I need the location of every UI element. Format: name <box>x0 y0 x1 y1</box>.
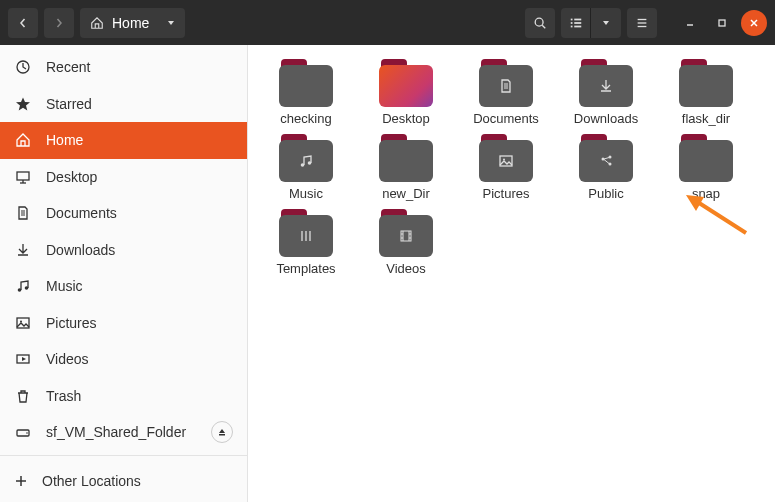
music-icon <box>14 278 32 294</box>
sidebar-item-label: Trash <box>46 388 81 404</box>
svg-rect-5 <box>574 22 581 24</box>
sidebar-item-label: Pictures <box>46 315 97 331</box>
sidebar-item-music[interactable]: Music <box>0 268 247 305</box>
svg-point-40 <box>609 156 612 159</box>
sidebar-item-recent[interactable]: Recent <box>0 49 247 86</box>
folder-flask-dir[interactable]: flask_dir <box>664 59 748 126</box>
close-button[interactable] <box>741 10 767 36</box>
path-bar[interactable]: Home <box>80 8 185 38</box>
eject-button[interactable] <box>211 421 233 443</box>
minimize-icon <box>685 18 695 28</box>
svg-rect-37 <box>500 156 512 166</box>
clock-icon <box>14 59 32 75</box>
folder-icon <box>579 134 633 182</box>
home-icon <box>14 132 32 148</box>
close-icon <box>749 18 759 28</box>
hamburger-menu-button[interactable] <box>627 8 657 38</box>
sidebar-item-pictures[interactable]: Pictures <box>0 305 247 342</box>
sidebar-item-label: Videos <box>46 351 89 367</box>
sidebar: RecentStarredHomeDesktopDocumentsDownloa… <box>0 45 248 502</box>
sidebar-item-videos[interactable]: Videos <box>0 341 247 378</box>
folder-label: Downloads <box>574 111 638 126</box>
folder-checking[interactable]: checking <box>264 59 348 126</box>
folder-label: Documents <box>473 111 539 126</box>
folder-downloads[interactable]: Downloads <box>564 59 648 126</box>
folder-icon <box>479 59 533 107</box>
folder-label: Music <box>289 186 323 201</box>
sidebar-item-label: Music <box>46 278 83 294</box>
folder-public[interactable]: Public <box>564 134 648 201</box>
folder-icon <box>279 134 333 182</box>
sidebar-item-trash[interactable]: Trash <box>0 378 247 415</box>
svg-line-42 <box>604 158 609 160</box>
folder-label: new_Dir <box>382 186 430 201</box>
folder-documents[interactable]: Documents <box>464 59 548 126</box>
folder-icon <box>279 59 333 107</box>
folder-icon <box>379 59 433 107</box>
sidebar-item-home[interactable]: Home <box>0 122 247 159</box>
folder-desktop[interactable]: Desktop <box>364 59 448 126</box>
hamburger-icon <box>635 16 649 30</box>
folder-snap[interactable]: snap <box>664 134 748 201</box>
svg-point-0 <box>535 18 543 26</box>
folder-new-dir[interactable]: new_Dir <box>364 134 448 201</box>
svg-rect-16 <box>17 172 29 180</box>
svg-line-1 <box>542 25 545 28</box>
svg-rect-2 <box>570 18 572 20</box>
view-dropdown-button[interactable] <box>591 8 621 38</box>
folder-pictures[interactable]: Pictures <box>464 134 548 201</box>
folder-label: snap <box>692 186 720 201</box>
sidebar-item-label: Home <box>46 132 83 148</box>
search-button[interactable] <box>525 8 555 38</box>
svg-rect-29 <box>219 434 225 436</box>
svg-rect-6 <box>570 25 572 27</box>
svg-line-43 <box>604 160 609 164</box>
back-button[interactable] <box>8 8 38 38</box>
folder-templates[interactable]: Templates <box>264 209 348 276</box>
chevron-left-icon <box>18 18 28 28</box>
sidebar-item-label: Starred <box>46 96 92 112</box>
folder-icon <box>279 209 333 257</box>
svg-point-22 <box>18 289 22 293</box>
forward-button[interactable] <box>44 8 74 38</box>
separator <box>0 455 247 456</box>
star-icon <box>14 96 32 112</box>
view-mode-group <box>561 8 621 38</box>
other-locations[interactable]: Other Locations <box>0 460 247 502</box>
folder-icon <box>379 134 433 182</box>
other-locations-label: Other Locations <box>42 473 141 489</box>
svg-point-36 <box>308 161 312 165</box>
content-area[interactable]: checkingDesktopDocumentsDownloadsflask_d… <box>248 45 775 502</box>
folder-label: Desktop <box>382 111 430 126</box>
folder-icon <box>679 134 733 182</box>
sidebar-item-starred[interactable]: Starred <box>0 86 247 123</box>
folder-videos[interactable]: Videos <box>364 209 448 276</box>
svg-point-28 <box>26 433 28 435</box>
sidebar-item-label: Documents <box>46 205 117 221</box>
drive-icon <box>14 424 32 440</box>
sidebar-item-desktop[interactable]: Desktop <box>0 159 247 196</box>
svg-rect-12 <box>719 20 725 26</box>
folder-label: checking <box>280 111 331 126</box>
trash-icon <box>14 388 32 404</box>
downloads-icon <box>14 242 32 258</box>
svg-point-35 <box>301 163 305 167</box>
sidebar-item-sf-vm-shared-folder[interactable]: sf_VM_Shared_Folder <box>0 414 247 451</box>
path-label: Home <box>112 15 149 31</box>
search-icon <box>533 16 547 30</box>
desktop-icon <box>14 169 32 185</box>
svg-rect-24 <box>17 318 29 328</box>
minimize-button[interactable] <box>677 10 703 36</box>
sidebar-item-label: Downloads <box>46 242 115 258</box>
sidebar-item-documents[interactable]: Documents <box>0 195 247 232</box>
maximize-icon <box>717 18 727 28</box>
svg-point-23 <box>25 287 29 291</box>
folder-music[interactable]: Music <box>264 134 348 201</box>
maximize-button[interactable] <box>709 10 735 36</box>
svg-rect-3 <box>574 18 581 20</box>
folder-icon <box>379 209 433 257</box>
sidebar-item-downloads[interactable]: Downloads <box>0 232 247 269</box>
sidebar-item-label: Recent <box>46 59 90 75</box>
list-view-button[interactable] <box>561 8 591 38</box>
chevron-right-icon <box>54 18 64 28</box>
